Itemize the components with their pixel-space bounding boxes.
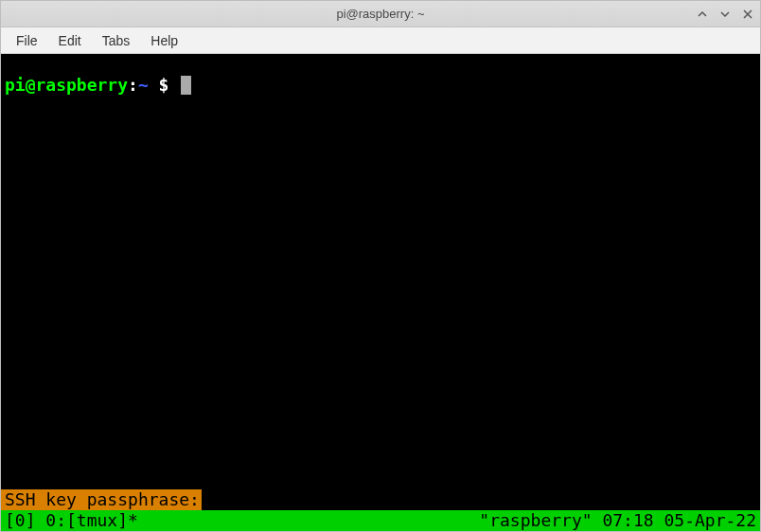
prompt-symbol: $ [159, 75, 180, 95]
tmux-status-right: "raspberry" 07:18 05-Apr-22 [479, 510, 756, 531]
menu-file[interactable]: File [7, 29, 47, 52]
tmux-date: 05-Apr-22 [664, 510, 756, 530]
window-title: pi@raspberry: ~ [336, 7, 424, 21]
prompt-user-host: pi@raspberry [5, 75, 128, 95]
minimize-icon [698, 9, 707, 19]
menu-tabs[interactable]: Tabs [93, 29, 140, 52]
tmux-time: 07:18 [602, 510, 653, 530]
tmux-session-info: [0] 0:[tmux]* [5, 510, 138, 531]
terminal-area[interactable]: pi@raspberry:~ $ SSH key passphrase: [0]… [1, 54, 760, 531]
tmux-status-bar: [0] 0:[tmux]* "raspberry" 07:18 05-Apr-2… [1, 510, 760, 531]
cursor-icon [181, 76, 191, 95]
terminal-window: pi@raspberry: ~ File Edit Tabs Help pi@r… [0, 0, 761, 532]
ssh-prompt-line: SSH key passphrase: [1, 489, 202, 510]
ssh-passphrase-prompt: SSH key passphrase: [1, 489, 202, 510]
minimize-button[interactable] [696, 8, 709, 21]
menu-edit[interactable]: Edit [49, 29, 91, 52]
maximize-button[interactable] [718, 8, 732, 21]
close-button[interactable] [741, 8, 754, 21]
maximize-icon [720, 9, 730, 19]
close-icon [743, 9, 752, 19]
menu-help[interactable]: Help [141, 29, 187, 52]
prompt-line: pi@raspberry:~ $ [1, 54, 760, 116]
prompt-path: ~ [138, 75, 159, 95]
prompt-separator: : [128, 75, 138, 95]
window-controls [696, 8, 754, 21]
titlebar: pi@raspberry: ~ [1, 1, 760, 27]
menubar: File Edit Tabs Help [1, 27, 760, 54]
tmux-hostname: "raspberry" [479, 510, 592, 530]
